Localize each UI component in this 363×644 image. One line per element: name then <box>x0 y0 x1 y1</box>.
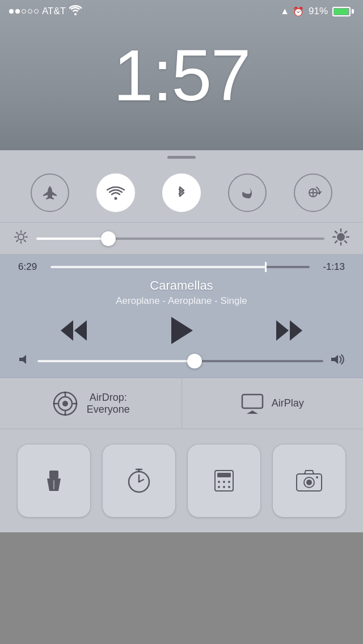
pull-handle[interactable] <box>0 150 363 163</box>
svg-line-10 <box>16 240 18 242</box>
svg-point-0 <box>115 197 117 200</box>
battery-tip <box>352 9 354 14</box>
svg-rect-36 <box>49 471 58 478</box>
svg-line-9 <box>24 232 26 234</box>
flashlight-button[interactable] <box>17 444 91 518</box>
seek-row: 6:29 -1:13 <box>18 261 345 273</box>
volume-slider[interactable] <box>37 360 323 362</box>
battery-fill <box>334 9 348 15</box>
svg-marker-25 <box>19 355 26 364</box>
svg-point-49 <box>218 486 220 488</box>
song-subtitle: Aeroplane - Aeroplane - Single <box>18 295 345 307</box>
location-icon: ▲ <box>280 6 289 16</box>
signal-dot-2 <box>15 9 20 14</box>
timer-button[interactable] <box>102 444 176 518</box>
airdrop-button[interactable]: AirDrop: Everyone <box>0 378 182 429</box>
volume-row <box>18 353 345 368</box>
svg-line-8 <box>24 240 26 242</box>
sharing-row: AirDrop: Everyone AirPlay <box>0 378 363 429</box>
svg-marker-22 <box>171 317 193 344</box>
signal-dot-1 <box>9 9 14 14</box>
time-display: 1:57 <box>113 33 250 117</box>
status-icons: ▲ ⏰ <box>280 6 304 17</box>
svg-point-54 <box>306 480 312 485</box>
wifi-button[interactable] <box>96 173 135 212</box>
svg-point-29 <box>62 401 68 406</box>
volume-high-icon <box>330 353 345 368</box>
airplane-mode-button[interactable] <box>31 173 69 212</box>
airplay-label: AirPlay <box>272 397 304 409</box>
svg-line-17 <box>345 241 347 243</box>
control-center: 6:29 -1:13 Caramellas Aeroplane - Aeropl… <box>0 150 363 532</box>
svg-point-47 <box>223 481 225 483</box>
wifi-status-icon <box>69 5 82 18</box>
svg-marker-24 <box>290 320 302 341</box>
fast-forward-button[interactable] <box>273 318 305 343</box>
svg-marker-23 <box>276 320 289 341</box>
svg-marker-26 <box>331 355 338 364</box>
calculator-button[interactable] <box>187 444 261 518</box>
seek-slider[interactable] <box>50 266 310 268</box>
svg-point-50 <box>223 486 225 488</box>
play-button[interactable] <box>169 316 194 345</box>
battery-body <box>332 7 351 16</box>
airdrop-title: AirDrop: <box>87 392 130 404</box>
battery-percent: 91% <box>309 6 328 17</box>
svg-rect-45 <box>217 473 231 477</box>
rewind-button[interactable] <box>58 318 90 343</box>
bluetooth-button[interactable] <box>162 173 201 212</box>
brightness-low-icon <box>14 230 28 247</box>
battery-indicator <box>332 7 354 16</box>
svg-line-7 <box>16 232 18 234</box>
brightness-row <box>0 223 363 255</box>
airplay-button[interactable]: AirPlay <box>182 378 364 429</box>
status-right: ▲ ⏰ 91% <box>280 6 354 17</box>
svg-marker-21 <box>74 320 87 341</box>
quick-apps-row <box>0 429 363 532</box>
svg-rect-34 <box>242 395 263 408</box>
svg-marker-20 <box>61 320 73 341</box>
do-not-disturb-button[interactable] <box>228 173 267 212</box>
alarm-icon: ⏰ <box>293 6 304 17</box>
toggle-row <box>0 163 363 223</box>
rotation-lock-button[interactable] <box>294 173 332 212</box>
svg-marker-35 <box>247 410 258 414</box>
status-left: AT&T <box>9 5 82 18</box>
brightness-slider[interactable] <box>36 238 324 240</box>
airdrop-label-block: AirDrop: Everyone <box>87 392 130 416</box>
playback-controls <box>18 316 345 345</box>
remaining-time: -1:13 <box>316 261 345 273</box>
carrier-label: AT&T <box>42 6 66 17</box>
brightness-high-icon <box>332 228 349 248</box>
status-bar: AT&T ▲ ⏰ 91% <box>0 0 363 23</box>
svg-point-2 <box>18 234 24 240</box>
airdrop-sub: Everyone <box>87 404 130 416</box>
svg-point-11 <box>337 233 345 241</box>
signal-dot-3 <box>22 9 26 14</box>
music-section: 6:29 -1:13 Caramellas Aeroplane - Aeropl… <box>0 255 363 378</box>
signal-dot-4 <box>28 9 32 14</box>
handle-bar <box>167 156 196 159</box>
svg-point-46 <box>218 481 220 483</box>
volume-low-icon <box>18 353 31 368</box>
svg-point-48 <box>228 481 230 483</box>
elapsed-time: 6:29 <box>18 261 44 273</box>
svg-point-51 <box>228 486 230 488</box>
svg-line-19 <box>335 241 337 243</box>
song-title: Caramellas <box>18 278 345 293</box>
svg-line-18 <box>345 231 347 233</box>
signal-dot-5 <box>34 9 39 14</box>
camera-button[interactable] <box>272 444 346 518</box>
signal-dots <box>9 9 39 14</box>
svg-point-55 <box>316 476 318 478</box>
svg-line-16 <box>335 231 337 233</box>
